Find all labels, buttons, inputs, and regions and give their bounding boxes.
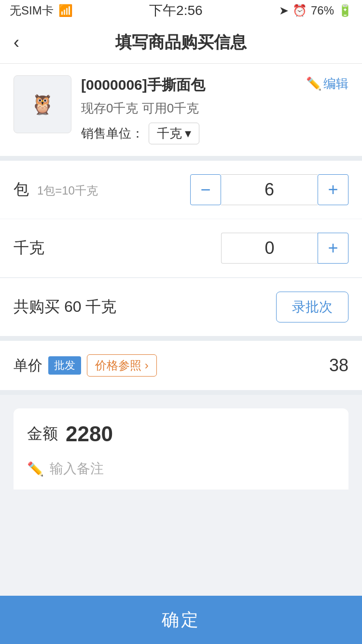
product-card: 🦉 [0000006]手撕面包 ✏️ 编辑 现存0千克 可用0千克 销售单位： … xyxy=(0,64,362,161)
note-row[interactable]: ✏️ 输入备注 xyxy=(14,460,348,490)
unit-select[interactable]: 千克 ▾ xyxy=(149,123,199,144)
batch-button[interactable]: 录批次 xyxy=(276,292,348,322)
edit-button[interactable]: ✏️ 编辑 xyxy=(306,75,348,92)
confirm-button[interactable]: 确定 xyxy=(0,596,362,644)
product-info: [0000006]手撕面包 ✏️ 编辑 现存0千克 可用0千克 销售单位： 千克… xyxy=(81,75,348,144)
quantity-row-kg: 千克 + xyxy=(0,219,362,278)
page-title: 填写商品购买信息 xyxy=(115,31,247,54)
back-button[interactable]: ‹ xyxy=(14,32,19,53)
price-row: 单价 批发 价格参照 › 38 xyxy=(14,354,348,377)
amount-value: 2280 xyxy=(66,422,113,446)
battery-text: 76% xyxy=(311,4,334,17)
quantity-control-bao: − + xyxy=(190,174,348,205)
price-section: 单价 批发 价格参照 › 38 xyxy=(0,341,362,395)
edit-icon: ✏️ xyxy=(306,76,321,91)
status-bar: 无SIM卡 📶 下午2:56 ➤ ⏰ 76% 🔋 xyxy=(0,0,362,21)
alarm-icon: ⏰ xyxy=(292,4,307,17)
product-logo: 🦉 xyxy=(30,93,55,116)
amount-section: 金额 2280 ✏️ 输入备注 xyxy=(0,395,362,490)
unit-value: 千克 xyxy=(157,125,182,142)
quantity-sub-bao: 1包=10千克 xyxy=(37,184,98,197)
quantity-bao-input[interactable] xyxy=(221,174,318,205)
price-left: 单价 批发 价格参照 › xyxy=(14,354,157,377)
quantity-control-kg: + xyxy=(221,233,348,264)
battery-icon: 🔋 xyxy=(338,4,352,17)
product-name: [0000006]手撕面包 xyxy=(81,75,306,95)
quantity-section: 包 1包=10千克 − + 千克 + xyxy=(0,161,362,278)
location-icon: ➤ xyxy=(279,4,289,17)
price-ref-button[interactable]: 价格参照 › xyxy=(87,354,157,377)
increase-bao-button[interactable]: + xyxy=(318,174,348,205)
amount-row: 金额 2280 xyxy=(14,408,348,460)
note-placeholder: 输入备注 xyxy=(50,460,104,478)
product-stock: 现存0千克 可用0千克 xyxy=(81,100,348,117)
product-image: 🦉 xyxy=(14,75,71,133)
unit-label: 销售单位： xyxy=(81,125,144,142)
time-display: 下午2:56 xyxy=(149,1,203,20)
total-row: 共购买 60 千克 录批次 xyxy=(0,278,362,341)
quantity-label-kg: 千克 xyxy=(14,238,221,259)
nav-bar: ‹ 填写商品购买信息 xyxy=(0,21,362,64)
total-text: 共购买 60 千克 xyxy=(14,296,116,318)
quantity-kg-input[interactable] xyxy=(221,233,318,264)
carrier-text: 无SIM卡 xyxy=(10,3,54,18)
pencil-icon: ✏️ xyxy=(27,461,44,477)
price-value: 38 xyxy=(329,355,348,376)
status-left: 无SIM卡 📶 xyxy=(10,3,73,18)
quantity-label-bao: 包 1包=10千克 xyxy=(14,179,190,200)
product-header: [0000006]手撕面包 ✏️ 编辑 xyxy=(81,75,348,95)
increase-kg-button[interactable]: + xyxy=(318,233,348,264)
amount-label: 金额 xyxy=(27,423,58,445)
price-tag: 批发 xyxy=(48,356,81,375)
dropdown-icon: ▾ xyxy=(185,126,191,141)
status-right: ➤ ⏰ 76% 🔋 xyxy=(279,4,352,17)
product-unit: 销售单位： 千克 ▾ xyxy=(81,123,348,144)
decrease-bao-button[interactable]: − xyxy=(190,174,221,205)
edit-label: 编辑 xyxy=(323,75,348,92)
quantity-row-bao: 包 1包=10千克 − + xyxy=(0,161,362,219)
price-label: 单价 xyxy=(14,356,42,376)
wifi-icon: 📶 xyxy=(58,4,73,17)
